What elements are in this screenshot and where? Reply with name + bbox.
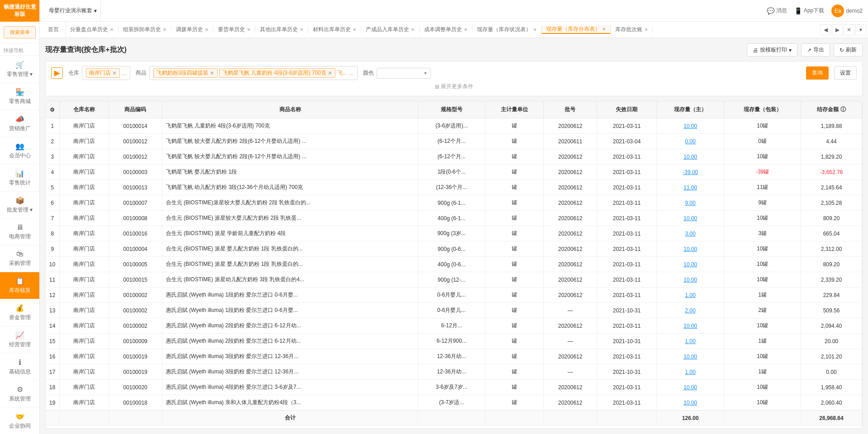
warehouse-input[interactable]: 南岸门店 ✕ ... bbox=[82, 66, 130, 80]
download-icon: 📱 bbox=[794, 7, 802, 14]
table-cell[interactable]: 1.00 bbox=[656, 288, 724, 303]
tab-mixing-history[interactable]: 调拨单历史✕ bbox=[171, 26, 213, 33]
table-cell[interactable]: 1.00 bbox=[656, 334, 724, 349]
tab-close-split-count-history[interactable]: ✕ bbox=[110, 27, 113, 32]
sidebar-item-ecommerce[interactable]: 🖥电商管理 bbox=[0, 219, 39, 245]
tab-prev-button[interactable]: ◀ bbox=[820, 24, 831, 35]
tab-other-outbound-history[interactable]: 其他出库单历史✕ bbox=[255, 26, 308, 33]
table-cell: 2021-03-11 bbox=[597, 272, 657, 288]
table-cell[interactable]: 1.00 bbox=[656, 364, 724, 380]
table-cell: 10罐 bbox=[724, 380, 801, 395]
query-button[interactable]: 查询 bbox=[806, 66, 829, 80]
table-cell: — bbox=[543, 334, 597, 349]
sidebar-item-sys-mgmt[interactable]: ⚙系统管理 bbox=[0, 381, 39, 408]
sidebar-item-label-member: 会员中心 bbox=[9, 152, 31, 160]
table-cell[interactable]: 10.00 bbox=[656, 349, 724, 364]
table-cell[interactable]: 10.00 bbox=[656, 211, 724, 226]
sidebar-item-purchase[interactable]: 🛍采购管理 bbox=[0, 245, 39, 272]
tab-close-cost-adjust-history[interactable]: ✕ bbox=[464, 27, 467, 32]
sidebar-item-member[interactable]: 👥会员中心 bbox=[0, 137, 39, 165]
tab-inventory-status[interactable]: 现存量（库存状况表）✕ bbox=[472, 26, 542, 33]
total-label: 合计 bbox=[162, 410, 418, 426]
table-cell[interactable]: 10.00 bbox=[656, 241, 724, 257]
tab-close-material-outbound-history[interactable]: ✕ bbox=[353, 27, 356, 32]
tab-cost-adjust-history[interactable]: 成本调整单历史✕ bbox=[420, 26, 472, 33]
product-input[interactable]: 飞鹤奶粉3段四罐提装 ✕ 飞鹤星飞帆 儿童奶粉 4段(3-6岁适用) 700克 … bbox=[149, 66, 358, 80]
warehouse-tag: 南岸门店 ✕ bbox=[86, 68, 120, 78]
tab-label-batch-order: 库存批次账 bbox=[615, 26, 642, 33]
tab-close-button[interactable]: ✕ bbox=[844, 24, 854, 35]
table-cell[interactable]: 10.00 bbox=[656, 318, 724, 334]
table-row: 7南岸门店00100008合生元 (BIOSTIME) 派星较大婴儿配方奶粉 2… bbox=[46, 211, 862, 226]
table-cell[interactable]: 10.00 bbox=[656, 395, 724, 410]
sidebar-item-inventory[interactable]: 📋库存核算 bbox=[0, 272, 39, 299]
sidebar-item-retail-mgmt[interactable]: 🛒零售管理 ▾ bbox=[0, 56, 39, 83]
product-tag-1-remove[interactable]: ✕ bbox=[210, 70, 214, 76]
tab-close-mixing-history[interactable]: ✕ bbox=[205, 27, 208, 32]
tab-close-require-history[interactable]: ✕ bbox=[247, 27, 250, 32]
tab-close-disassembly-history[interactable]: ✕ bbox=[163, 27, 166, 32]
tab-close-other-outbound-history[interactable]: ✕ bbox=[300, 27, 303, 32]
settings-button[interactable]: 设置 bbox=[834, 66, 857, 80]
table-cell: 20200612 bbox=[543, 226, 597, 241]
operations-icon: 📈 bbox=[15, 331, 24, 340]
print-button[interactable]: 🖨 按模板打印 ▾ bbox=[747, 43, 797, 57]
col-header-5: 主计量单位 bbox=[485, 101, 543, 118]
warehouse-ellipsis: ... bbox=[122, 70, 126, 76]
sidebar-item-finance[interactable]: 💰资金管理 bbox=[0, 299, 39, 326]
sidebar-item-retail-shop[interactable]: 🏪零售商城 bbox=[0, 83, 39, 110]
app-download-button[interactable]: 📱 App下载 bbox=[794, 7, 824, 14]
table-cell: (6-12个月... bbox=[418, 134, 485, 149]
refresh-button[interactable]: ↻ 刷新 bbox=[834, 43, 863, 57]
settings-icon[interactable]: ⚙ bbox=[50, 107, 55, 113]
sidebar-item-operations[interactable]: 📈经营管理 bbox=[0, 326, 39, 354]
color-input[interactable]: ▾ bbox=[377, 68, 431, 79]
tab-close-product-inbound-history[interactable]: ✕ bbox=[411, 27, 415, 32]
table-cell[interactable]: 10.00 bbox=[656, 257, 724, 272]
table-cell[interactable]: -39.00 bbox=[656, 165, 724, 180]
tab-require-history[interactable]: 要货单历史✕ bbox=[213, 26, 255, 33]
table-cell: 0-6月婴儿... bbox=[418, 303, 485, 318]
warehouse-tag-remove[interactable]: ✕ bbox=[112, 70, 117, 76]
tab-close-inventory-status[interactable]: ✕ bbox=[533, 27, 537, 32]
product-tag-2-remove[interactable]: ✕ bbox=[328, 70, 332, 76]
message-button[interactable]: 💬 消息 bbox=[767, 7, 787, 14]
filter-area: ▶ 仓库 南岸门店 ✕ ... 商品 bbox=[45, 61, 863, 96]
table-cell: 20200612 bbox=[543, 180, 597, 195]
table-cell[interactable]: 9.00 bbox=[656, 195, 724, 211]
tab-next-button[interactable]: ▶ bbox=[832, 24, 843, 35]
user-menu[interactable]: Ea demo2 bbox=[831, 5, 863, 17]
tab-close-inventory-dist[interactable]: ✕ bbox=[602, 27, 606, 32]
tab-close-batch-order[interactable]: ✕ bbox=[644, 27, 648, 32]
tab-product-inbound-history[interactable]: 产成品入库单历史✕ bbox=[361, 26, 420, 33]
tab-split-count-history[interactable]: 分量盘点单历史✕ bbox=[66, 26, 118, 33]
sidebar-item-basic-info[interactable]: ℹ基础信息 bbox=[0, 354, 39, 381]
table-cell[interactable]: 10.00 bbox=[656, 380, 724, 395]
table-cell[interactable]: 3.00 bbox=[656, 226, 724, 241]
filter-toggle-arrow[interactable]: ▶ bbox=[51, 67, 63, 79]
tab-menu-button[interactable]: ▾ bbox=[855, 24, 866, 35]
export-button[interactable]: ↗ 导出 bbox=[801, 43, 830, 57]
sidebar-item-batch-mgmt[interactable]: 📦批发管理 ▾ bbox=[0, 192, 39, 219]
table-cell[interactable]: 11.00 bbox=[656, 180, 724, 195]
table-cell[interactable]: 10.00 bbox=[656, 118, 724, 134]
table-cell[interactable]: 2.00 bbox=[656, 303, 724, 318]
account-dropdown[interactable]: 母婴行业演示账套 ▾ bbox=[45, 0, 101, 21]
search-menu-button[interactable]: 搜索菜单 bbox=[4, 26, 36, 38]
table-cell[interactable]: 10.00 bbox=[656, 272, 724, 288]
table-cell[interactable]: 0.00 bbox=[656, 134, 724, 149]
tab-inventory-dist[interactable]: 现存量（库存分布表）✕ bbox=[542, 25, 611, 34]
table-cell: 2021-03-11 bbox=[597, 349, 657, 364]
table-cell: 2021-03-11 bbox=[597, 241, 657, 257]
sidebar-item-enterprise[interactable]: 🤝企业协同 bbox=[0, 408, 39, 434]
table-cell: 00100019 bbox=[108, 364, 162, 380]
tab-material-outbound-history[interactable]: 材料出库单历史✕ bbox=[308, 26, 361, 33]
tab-home[interactable]: 首页 bbox=[42, 22, 66, 38]
table-cell[interactable]: 10.00 bbox=[656, 149, 724, 165]
sidebar-item-retail-stat[interactable]: 📊零售统计 bbox=[0, 165, 39, 192]
sidebar-item-marketing[interactable]: 📣营销推广 bbox=[0, 110, 39, 137]
expand-more-button[interactable]: ⊞ 展开更多条件 bbox=[51, 80, 857, 91]
table-cell: 2,060.40 bbox=[801, 395, 862, 410]
tab-batch-order[interactable]: 库存批次账✕ bbox=[611, 26, 653, 33]
tab-disassembly-history[interactable]: 组装拆卸单历史✕ bbox=[118, 26, 171, 33]
